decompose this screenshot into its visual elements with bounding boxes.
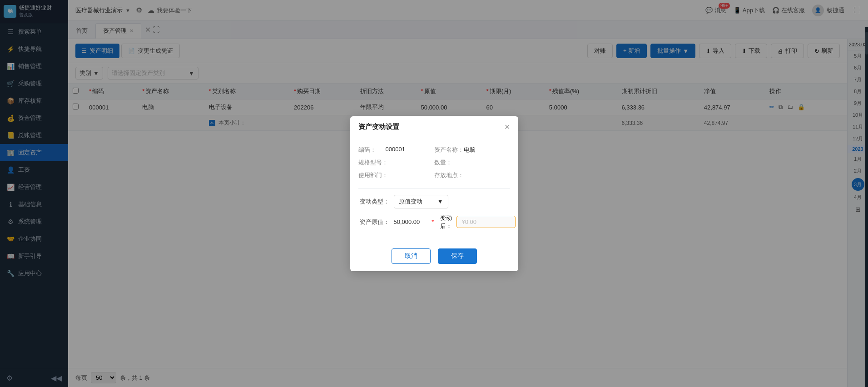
original-value-display: 50,000.00: [394, 218, 420, 225]
assetname-value: 电脑: [464, 146, 476, 154]
cancel-button[interactable]: 取消: [392, 248, 431, 264]
spec-label: 规格型号：: [358, 159, 388, 167]
after-change-input[interactable]: [456, 216, 516, 228]
quantity-label: 数量：: [434, 159, 461, 167]
modal-body: 编码： 000001 资产名称： 电脑 规格型号： 数量： 使用部门：: [350, 136, 518, 243]
modal-header: 资产变动设置 ✕: [350, 116, 518, 136]
asset-change-modal: 资产变动设置 ✕ 编码： 000001 资产名称： 电脑 规格型号： 数: [350, 116, 518, 271]
change-type-chevron-icon: ▼: [437, 198, 443, 205]
original-value-row: 资产原值： 50,000.00 * 变动后：: [358, 214, 510, 230]
modal-quantity-row: 数量：: [434, 156, 510, 169]
modal-spec-row: 规格型号：: [358, 156, 434, 169]
change-type-select[interactable]: 原值变动 ▼: [394, 195, 448, 208]
dept-label: 使用部门：: [358, 171, 388, 179]
modal-assetname-row: 资产名称： 电脑: [434, 144, 510, 156]
modal-dept-row: 使用部门：: [358, 169, 434, 182]
assetname-label: 资产名称：: [434, 146, 464, 154]
modal-location-row: 存放地点：: [434, 169, 510, 182]
change-type-value: 原值变动: [399, 198, 422, 206]
modal-overlay: 资产变动设置 ✕ 编码： 000001 资产名称： 电脑 规格型号： 数: [0, 0, 868, 387]
modal-code-row: 编码： 000001: [358, 144, 434, 156]
code-label: 编码：: [358, 146, 386, 154]
required-star-icon: *: [432, 218, 434, 225]
save-button[interactable]: 保存: [438, 248, 477, 264]
change-type-row: 变动类型： 原值变动 ▼: [358, 195, 510, 208]
modal-title: 资产变动设置: [358, 123, 399, 131]
change-type-label: 变动类型：: [358, 198, 389, 206]
after-change-label: 变动后：: [440, 214, 452, 230]
original-value-label: 资产原值：: [358, 218, 389, 226]
location-label: 存放地点：: [434, 171, 464, 179]
modal-divider: [358, 188, 510, 189]
modal-footer: 取消 保存: [350, 243, 518, 271]
modal-close-icon[interactable]: ✕: [504, 123, 510, 131]
code-value: 000001: [386, 146, 405, 153]
modal-info-grid: 编码： 000001 资产名称： 电脑 规格型号： 数量： 使用部门：: [358, 144, 510, 182]
